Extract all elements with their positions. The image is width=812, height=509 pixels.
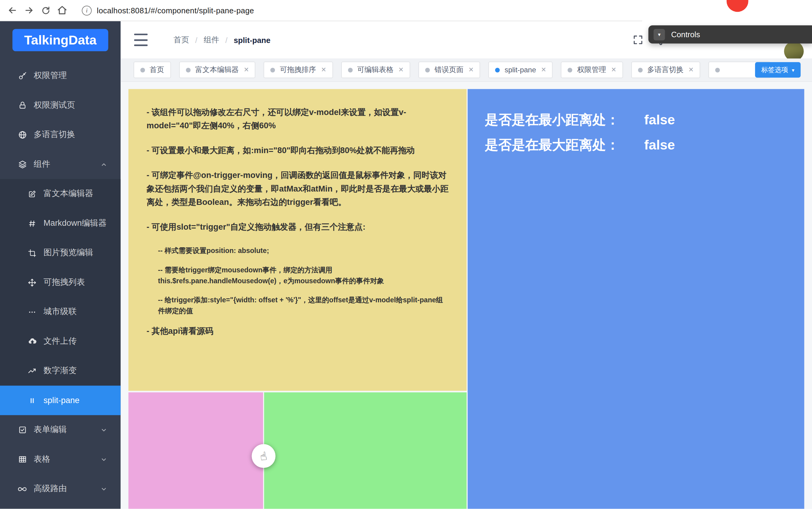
tab-close-icon[interactable]: × bbox=[399, 66, 403, 74]
instructions-pane: - 该组件可以拖动修改左右尺寸，还可以绑定v-model来设置，如设置v-mod… bbox=[128, 89, 466, 391]
split-drag-trigger[interactable]: ☝ bbox=[252, 444, 275, 468]
sidebar-group-label: 表格 bbox=[34, 454, 50, 465]
fullscreen-icon[interactable] bbox=[632, 34, 644, 46]
forward-icon[interactable] bbox=[21, 2, 37, 19]
hand-pointer-icon: ☝ bbox=[259, 449, 268, 463]
back-icon[interactable] bbox=[4, 2, 21, 19]
tab-close-icon[interactable]: × bbox=[244, 66, 249, 74]
tab-editable-table[interactable]: 可编辑表格 × bbox=[341, 62, 410, 78]
breadcrumb-home[interactable]: 首页 bbox=[173, 35, 189, 44]
pause-icon bbox=[27, 397, 37, 404]
status-max-label: 是否是在最大距离处： bbox=[485, 136, 619, 154]
note-paragraph: - 该组件可以拖动修改左右尺寸，还可以绑定v-model来设置，如设置v-mod… bbox=[147, 106, 452, 133]
sidebar-item-number-transition[interactable]: 数字渐变 bbox=[0, 356, 121, 385]
sidebar-item-permission-management[interactable]: 权限管理 bbox=[0, 61, 121, 91]
recorder-controls-label: Controls bbox=[671, 30, 700, 39]
breadcrumb-current: split-pane bbox=[234, 35, 270, 44]
home-icon[interactable] bbox=[54, 2, 70, 19]
tab-permission-management[interactable]: 权限管理 × bbox=[561, 62, 623, 78]
note-paragraph: - 可绑定事件@on-trigger-moving，回调函数的返回值是鼠标事件对… bbox=[147, 169, 452, 209]
logo[interactable]: TalkingData bbox=[12, 29, 108, 52]
tab-rich-text-editor[interactable]: 富文本编辑器 × bbox=[179, 62, 256, 78]
tab-close-icon[interactable]: × bbox=[321, 66, 326, 74]
sidebar-item-rich-text-editor[interactable]: 富文本编辑器 bbox=[0, 179, 121, 208]
menu-toggle-icon[interactable] bbox=[134, 34, 148, 46]
sidebar-item-label: 权限管理 bbox=[34, 70, 67, 81]
crop-icon bbox=[27, 249, 37, 257]
avatar[interactable] bbox=[784, 41, 804, 61]
sidebar-group-label: 表单编辑 bbox=[34, 425, 67, 436]
url-text[interactable]: localhost:8081/#/component/split-pane-pa… bbox=[97, 6, 254, 15]
recorder-controls-bar[interactable]: ▾ Controls bbox=[649, 26, 812, 43]
tab-dot-icon bbox=[186, 67, 190, 72]
sidebar-item-markdown-editor[interactable]: Markdown编辑器 bbox=[0, 208, 121, 238]
tab-close-icon[interactable]: × bbox=[469, 66, 474, 74]
lock-icon bbox=[17, 101, 27, 110]
tab-options-label: 标签选项 bbox=[761, 65, 788, 75]
tab-dot-icon bbox=[638, 67, 643, 72]
sidebar-item-label: 城市级联 bbox=[43, 307, 76, 317]
sidebar-item-city-cascade[interactable]: 城市级联 bbox=[0, 297, 121, 327]
tab-draggable-sort[interactable]: 可拖拽排序 × bbox=[264, 62, 333, 78]
sidebar-item-label: 图片预览编辑 bbox=[43, 247, 93, 259]
sub-note: -- 给trigger添加:style="{width: offset + '%… bbox=[158, 295, 448, 316]
breadcrumb-components[interactable]: 组件 bbox=[204, 35, 219, 44]
sidebar-item-permission-test-page[interactable]: 权限测试页 bbox=[0, 91, 121, 120]
tab-close-icon[interactable]: × bbox=[689, 66, 694, 74]
sidebar-item-label: 多语言切换 bbox=[34, 130, 75, 140]
tab-dot-icon bbox=[270, 67, 275, 72]
sidebar-menu: 权限管理 权限测试页 多语言切换 bbox=[0, 61, 121, 504]
sidebar-item-label: 文件上传 bbox=[43, 336, 76, 347]
tab-home[interactable]: 首页 bbox=[133, 62, 171, 78]
note-paragraph: - 其他api请看源码 bbox=[147, 325, 452, 338]
breadcrumb-separator: / bbox=[225, 35, 227, 44]
sub-note: -- 样式需要设置position: absolute; bbox=[158, 245, 448, 256]
site-info-icon[interactable]: i bbox=[82, 5, 91, 15]
tab-split-pane[interactable]: split-pane × bbox=[489, 62, 553, 78]
sidebar-item-file-upload[interactable]: 文件上传 bbox=[0, 327, 121, 356]
sidebar-group-table[interactable]: 表格 bbox=[0, 445, 121, 474]
compose-icon bbox=[27, 190, 37, 198]
components-submenu: 富文本编辑器 Markdown编辑器 图片预览编辑 bbox=[0, 179, 121, 415]
layers-icon bbox=[17, 160, 27, 169]
page-content: - 该组件可以拖动修改左右尺寸，还可以绑定v-model来设置，如设置v-mod… bbox=[121, 82, 812, 509]
tab-close-icon[interactable]: × bbox=[541, 66, 546, 74]
chevron-down-icon bbox=[100, 427, 107, 433]
sidebar-group-label: 高级路由 bbox=[34, 483, 67, 495]
tab-language-switch[interactable]: 多语言切换 × bbox=[631, 62, 700, 78]
app-shell: TalkingData 权限管理 权限测试页 bbox=[0, 21, 812, 509]
tab-label: 错误页面 bbox=[434, 65, 463, 75]
sidebar-group-form-edit[interactable]: 表单编辑 bbox=[0, 415, 121, 445]
table-icon bbox=[17, 455, 27, 464]
sidebar-item-image-preview-edit[interactable]: 图片预览编辑 bbox=[0, 238, 121, 268]
tab-label: 首页 bbox=[150, 65, 164, 75]
status-min-line: 是否是在最小距离处： false bbox=[485, 111, 789, 129]
bottom-right-pane bbox=[264, 393, 466, 509]
sidebar-group-advanced-router[interactable]: 高级路由 bbox=[0, 474, 121, 504]
breadcrumb-separator: / bbox=[195, 35, 197, 44]
tab-dot-icon bbox=[495, 67, 500, 72]
tab-close-icon[interactable]: × bbox=[611, 66, 616, 74]
chevron-down-icon bbox=[100, 456, 107, 463]
tab-dot-icon bbox=[140, 67, 145, 72]
sidebar-item-label: split-pane bbox=[43, 396, 79, 405]
sidebar-group-label: 组件 bbox=[34, 159, 50, 170]
screenshot-root: i localhost:8081/#/component/split-pane-… bbox=[0, 0, 812, 509]
hash-icon bbox=[27, 219, 37, 227]
sidebar-item-draggable-list[interactable]: 可拖拽列表 bbox=[0, 268, 121, 297]
sidebar-item-split-pane[interactable]: split-pane bbox=[0, 385, 121, 415]
sidebar-item-language-switch[interactable]: 多语言切换 bbox=[0, 120, 121, 149]
tab-label: 权限管理 bbox=[577, 65, 606, 75]
tab-dot-icon bbox=[425, 67, 430, 72]
note-paragraph: - 可使用slot="trigger"自定义拖动触发器，但有三个注意点: bbox=[147, 220, 452, 234]
sidebar-group-components[interactable]: 组件 bbox=[0, 149, 121, 179]
chevron-down-icon: ▾ bbox=[792, 67, 794, 73]
sidebar: TalkingData 权限管理 权限测试页 bbox=[0, 21, 121, 509]
tab-options-button[interactable]: 标签选项 ▾ bbox=[755, 62, 801, 77]
chevron-down-icon bbox=[100, 485, 107, 492]
tab-error-page[interactable]: 错误页面 × bbox=[418, 62, 480, 78]
status-min-value: false bbox=[644, 112, 675, 128]
refresh-icon[interactable] bbox=[37, 2, 54, 19]
tab-label: 可编辑表格 bbox=[357, 65, 394, 75]
chevron-down-icon[interactable]: ▾ bbox=[654, 29, 665, 40]
